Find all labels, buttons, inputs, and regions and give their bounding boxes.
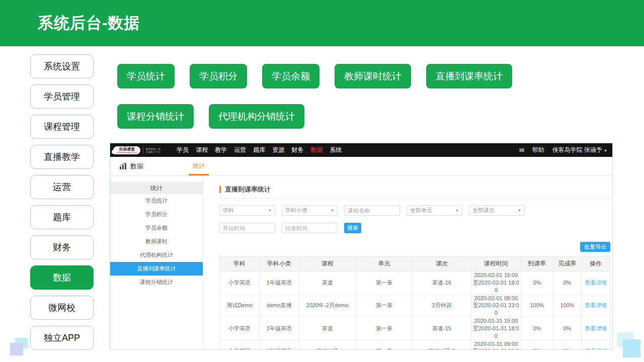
admin-nav-数据[interactable]: 数据	[310, 146, 323, 154]
cell: 0%	[553, 272, 582, 295]
cell: 100%	[553, 294, 582, 317]
cell: 0%	[553, 340, 582, 350]
tag-教师课时统计[interactable]: 教师课时统计	[335, 64, 411, 88]
message-envelope-icon[interactable]: ✉	[519, 147, 524, 153]
column-header-单元: 单元	[356, 256, 413, 272]
cell: 测试Demo	[220, 294, 260, 317]
admin-nav-系统[interactable]: 系统	[330, 146, 342, 154]
sidebar-item-微网校[interactable]: 微网校	[30, 296, 94, 320]
breadcrumb: 数据	[120, 162, 143, 171]
tag-直播到课率统计[interactable]: 直播到课率统计	[426, 64, 512, 88]
end-time-input[interactable]	[282, 223, 338, 233]
sidebar-item-系统设置[interactable]: 系统设置	[30, 54, 94, 78]
view-details-link[interactable]: 查看详情	[585, 348, 607, 350]
page: 系统后台-数据 系统设置学员管理课程管理直播教学运营题库财务数据微网校独立APP…	[0, 0, 644, 362]
cell: 寒假辅导	[299, 340, 356, 350]
section-header: 直播到课率统计	[219, 185, 610, 194]
cell-actions: 查看详情	[582, 294, 610, 317]
cell: 0%	[521, 272, 553, 295]
page-title: 系统后台-数据	[0, 0, 644, 46]
cell: 2月特训	[413, 294, 471, 317]
tag-row: 课程分销统计代理机构分销统计	[117, 104, 512, 129]
chevron-down-icon: ▼	[455, 209, 459, 212]
tag-课程分销统计[interactable]: 课程分销统计	[117, 104, 194, 129]
view-details-link[interactable]: 查看详情	[585, 280, 607, 286]
admin-top-nav: 学员课程教学运营题库资源财务数据系统	[177, 146, 342, 154]
admin-nav-教学[interactable]: 教学	[215, 146, 227, 154]
admin-nav-课程[interactable]: 课程	[196, 146, 208, 154]
search-button[interactable]: 搜索	[344, 223, 361, 233]
lesson-select[interactable]: 全部课次▼	[469, 205, 525, 216]
tag-学员统计[interactable]: 学员统计	[117, 64, 175, 88]
cell: 小学英语	[220, 317, 260, 340]
side-nav-item-课程分销统计[interactable]: 课程分销统计	[110, 276, 203, 289]
unit-select[interactable]: 全部单元▼	[407, 205, 462, 216]
cell: 2020-01-31 09:00至2020-01-31 18:00	[471, 340, 521, 350]
side-nav-item-代理机构统计[interactable]: 代理机构统计	[110, 248, 203, 262]
column-header-课次: 课次	[413, 256, 471, 272]
cell: 2020-02-01 15:00至2020-02-01 18:00	[471, 272, 521, 295]
help-link[interactable]: 帮助	[532, 146, 544, 154]
tab-statistics[interactable]: 统计	[191, 157, 207, 175]
section-title: 直播到课率统计	[225, 185, 271, 194]
cell: 2020-01-31 15:00至2020-01-31 18:00	[471, 317, 521, 340]
subject-select[interactable]: 学科▼	[219, 205, 275, 216]
side-nav-item-学员余额[interactable]: 学员余额	[110, 221, 203, 235]
sidebar-item-学员管理[interactable]: 学员管理	[30, 84, 94, 109]
admin-nav-题库[interactable]: 题库	[253, 146, 265, 154]
admin-topbar: 云朵课堂 yunduoketang.com 教育机构一站 式服务云平台 学员课程…	[110, 143, 612, 157]
cell: 茶道-15	[413, 317, 471, 340]
cell-actions: 查看详情	[582, 340, 610, 350]
account-menu[interactable]: 侠客岛学院 张涵予▼	[552, 146, 607, 154]
chevron-down-icon: ▼	[331, 209, 334, 212]
yunduoketang-logo: 云朵课堂 yunduoketang.com 教育机构一站 式服务云平台	[113, 146, 160, 154]
side-nav-item-教师课时[interactable]: 教师课时	[110, 235, 203, 248]
decor-square	[623, 339, 640, 357]
view-details-link[interactable]: 查看详情	[585, 325, 607, 331]
divider	[219, 198, 610, 199]
sidebar-item-直播教学[interactable]: 直播教学	[30, 145, 94, 169]
start-time-input[interactable]	[219, 223, 275, 233]
admin-nav-运营[interactable]: 运营	[234, 146, 246, 154]
subject-subcategory-select[interactable]: 学科小类▼	[282, 205, 338, 216]
sidebar-item-数据[interactable]: 数据	[30, 265, 94, 290]
admin-subheader: 数据 统计	[110, 157, 612, 176]
quick-stat-tags: 学员统计学员积分学员余额教师课时统计直播到课率统计课程分销统计代理机构分销统计	[117, 64, 512, 129]
side-nav-item-学员统计[interactable]: 学员统计	[110, 194, 203, 208]
admin-screenshot-panel: 云朵课堂 yunduoketang.com 教育机构一站 式服务云平台 学员课程…	[110, 143, 613, 350]
course-name-input[interactable]	[344, 205, 400, 216]
admin-nav-学员[interactable]: 学员	[177, 146, 189, 154]
side-nav-item-学员积分[interactable]: 学员积分	[110, 208, 203, 221]
sidebar-item-题库[interactable]: 题库	[30, 205, 94, 229]
sidebar-item-独立APP[interactable]: 独立APP	[30, 326, 94, 350]
decor-square	[10, 343, 23, 355]
logo-tagline: 教育机构一站 式服务云平台	[143, 147, 160, 153]
topbar-right: ✉ 帮助 侠客岛学院 张涵予▼	[519, 146, 607, 154]
tag-学员余额[interactable]: 学员余额	[262, 64, 319, 88]
sidebar-item-课程管理[interactable]: 课程管理	[30, 115, 94, 139]
cell: demo直播	[260, 294, 299, 317]
side-nav-item-直播到课率统计[interactable]: 直播到课率统计	[110, 262, 203, 276]
tag-学员积分[interactable]: 学员积分	[190, 64, 247, 88]
cell: 茶道	[299, 317, 356, 340]
main-sidebar: 系统设置学员管理课程管理直播教学运营题库财务数据微网校独立APP	[30, 54, 94, 350]
column-header-课程时间: 课程时间	[471, 256, 521, 272]
batch-export-button[interactable]: 批量导出	[580, 242, 610, 252]
view-details-link[interactable]: 查看详情	[585, 302, 607, 308]
admin-nav-资源[interactable]: 资源	[272, 146, 284, 154]
admin-nav-财务[interactable]: 财务	[291, 146, 303, 154]
tag-代理机构分销统计[interactable]: 代理机构分销统计	[209, 104, 304, 129]
cell: 1年级英语	[260, 272, 299, 295]
table-row: 测试Demodemo直播2020年-2月demo第一章2月特训2020-02-0…	[220, 294, 610, 317]
column-header-学科: 学科	[220, 256, 260, 272]
cell: 1年级英语	[260, 317, 299, 340]
cell: 茶道-16	[413, 272, 471, 295]
cell: 第一章	[356, 294, 413, 317]
cell: 小学英语	[220, 340, 260, 350]
sidebar-item-运营[interactable]: 运营	[30, 175, 94, 199]
admin-side-nav: 统计 学员统计学员积分学员余额教师课时代理机构统计直播到课率统计课程分销统计	[110, 176, 203, 350]
chevron-down-icon: ▼	[518, 209, 521, 212]
cell: 1年级英语	[260, 340, 299, 350]
sidebar-item-财务[interactable]: 财务	[30, 235, 94, 259]
filter-row-2: 搜索	[219, 223, 610, 233]
